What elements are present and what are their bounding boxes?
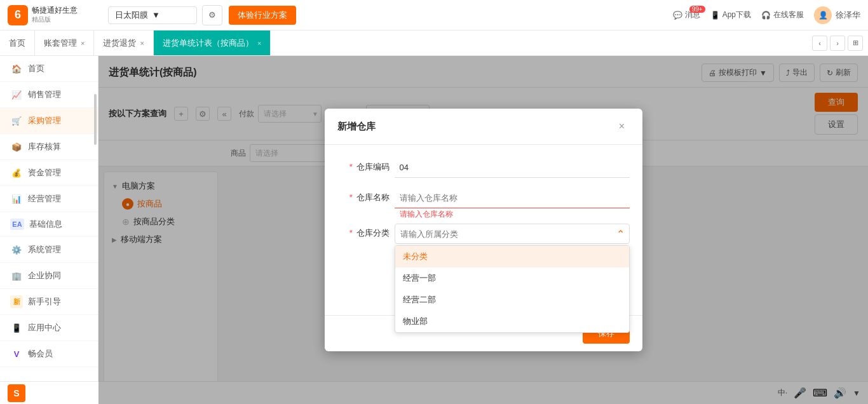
header-right: 💬 消息 99+ 📱 App下载 🎧 在线客服 👤 徐泽华 — [673, 6, 860, 24]
basic-icon: EA — [10, 219, 24, 230]
sidebar: 🏠 首页 📈 销售管理 🛒 采购管理 📦 库存核算 💰 资金管理 📊 经营管理 … — [0, 56, 98, 404]
tab-purchase-return-close[interactable]: × — [140, 39, 144, 47]
sidebar-item-purchase[interactable]: 🛒 采购管理 — [0, 108, 98, 134]
dropdown-item-0[interactable]: 未分类 — [395, 246, 629, 267]
tab-home[interactable]: 首页 — [0, 30, 35, 55]
home-icon: 🏠 — [10, 62, 23, 75]
dropdown-item-3[interactable]: 物业部 — [395, 311, 629, 332]
app-download-label: App下载 — [722, 10, 751, 20]
tab-purchase-return[interactable]: 进货退货 × — [94, 30, 153, 55]
enterprise-icon: 🏢 — [10, 269, 23, 282]
top-header: 6 畅捷通好生意 精品版 日太阳膜 ▼ ⚙ 体验行业方案 💬 消息 99+ 📱 … — [0, 0, 868, 30]
sidebar-item-inventory-label: 库存核算 — [28, 141, 61, 152]
tab-expand-btn[interactable]: ⊞ — [848, 36, 863, 51]
messages-badge: 99+ — [689, 6, 705, 13]
mobile-icon: 📱 — [710, 11, 720, 20]
settings-button[interactable]: ⚙ — [202, 5, 222, 25]
app-download-item[interactable]: 📱 App下载 — [710, 10, 751, 20]
warehouse-category-input[interactable] — [395, 224, 630, 244]
tab-purchase-stats-label: 进货单统计表（按商品） — [163, 37, 254, 49]
logo-area: 6 畅捷通好生意 精品版 — [8, 5, 103, 25]
warehouse-name-input[interactable] — [395, 188, 630, 208]
online-service-label: 在线客服 — [773, 10, 804, 20]
form-label-code: * 仓库编码 — [337, 158, 395, 173]
s-logo-icon: S — [8, 384, 25, 402]
form-row-category: * 仓库分类 ⌃ 未分类 经营一部 经营二部 物业部 — [337, 224, 630, 244]
sidebar-item-sales[interactable]: 📈 销售管理 — [0, 82, 98, 108]
tab-account-close[interactable]: × — [81, 39, 85, 47]
dropdown-item-2[interactable]: 经营二部 — [395, 289, 629, 311]
sidebar-item-enterprise[interactable]: 🏢 企业协同 — [0, 263, 98, 289]
category-dropdown: 未分类 经营一部 经营二部 物业部 — [395, 245, 630, 333]
sidebar-item-vip-label: 畅会员 — [28, 348, 53, 360]
sidebar-item-operations[interactable]: 📊 经营管理 — [0, 186, 98, 212]
avatar: 👤 — [814, 6, 832, 24]
sidebar-item-vip[interactable]: V 畅会员 — [0, 341, 98, 367]
sidebar-item-sales-label: 销售管理 — [28, 89, 61, 100]
warehouse-category-wrap: ⌃ 未分类 经营一部 经营二部 物业部 — [395, 224, 630, 244]
app-edition: 精品版 — [32, 15, 78, 24]
sidebar-item-home-label: 首页 — [28, 63, 44, 74]
sidebar-item-system-label: 系统管理 — [28, 244, 61, 255]
warehouse-name-error: 请输入仓库名称 — [400, 209, 453, 220]
system-icon: ⚙️ — [10, 243, 23, 256]
sidebar-item-apps[interactable]: 📱 应用中心 — [0, 315, 98, 341]
tab-purchase-stats[interactable]: 进货单统计表（按商品） × — [154, 30, 271, 55]
warehouse-name-field-wrap: 请输入仓库名称 — [395, 188, 630, 208]
username: 徐泽华 — [836, 10, 860, 21]
tab-next-btn[interactable]: › — [830, 36, 845, 51]
form-row-code: * 仓库编码 — [337, 158, 630, 178]
tab-bar: 首页 账套管理 × 进货退货 × 进货单统计表（按商品） × ‹ › ⊞ — [0, 30, 868, 56]
warehouse-code-input[interactable] — [395, 158, 630, 178]
form-label-category: * 仓库分类 — [337, 224, 395, 239]
modal-title: 新增仓库 — [337, 121, 376, 133]
bottom-logo: S — [8, 384, 25, 402]
tab-prev-btn[interactable]: ‹ — [812, 36, 827, 51]
sidebar-item-home[interactable]: 🏠 首页 — [0, 56, 98, 82]
inventory-icon: 📦 — [10, 140, 23, 153]
messages-item[interactable]: 💬 消息 99+ — [673, 10, 700, 20]
tab-purchase-return-label: 进货退货 — [103, 37, 136, 49]
sidebar-item-finance[interactable]: 💰 资金管理 — [0, 160, 98, 186]
sidebar-item-purchase-label: 采购管理 — [28, 115, 61, 126]
form-row-name: * 仓库名称 请输入仓库名称 — [337, 188, 630, 208]
tab-home-label: 首页 — [9, 37, 25, 49]
sidebar-scrollbar[interactable] — [94, 94, 97, 145]
sidebar-item-inventory[interactable]: 📦 库存核算 — [0, 134, 98, 160]
trial-btn[interactable]: 体验行业方案 — [229, 6, 296, 25]
finance-icon: 💰 — [10, 166, 23, 179]
headset-icon: 🎧 — [761, 11, 771, 20]
sidebar-item-guide-label: 新手引导 — [28, 296, 61, 307]
sidebar-item-operations-label: 经营管理 — [28, 193, 61, 205]
purchase-icon: 🛒 — [10, 114, 23, 127]
category-arrow-icon[interactable]: ⌃ — [616, 228, 625, 240]
gear-icon: ⚙ — [208, 10, 216, 20]
tab-account-label: 账套管理 — [44, 37, 77, 49]
sidebar-item-system[interactable]: ⚙️ 系统管理 — [0, 237, 98, 263]
modal-overlay: 新增仓库 × * 仓库编码 * — [98, 56, 868, 404]
user-area[interactable]: 👤 徐泽华 — [814, 6, 860, 24]
app-name: 畅捷通好生意 — [32, 6, 78, 16]
modal-body: * 仓库编码 * 仓库名称 请输入仓库名称 — [325, 145, 642, 315]
sales-icon: 📈 — [10, 88, 23, 101]
sidebar-item-apps-label: 应用中心 — [28, 322, 61, 333]
sidebar-item-guide[interactable]: 新 新手引导 — [0, 289, 98, 315]
modal-close-btn[interactable]: × — [614, 119, 630, 134]
dropdown-item-1[interactable]: 经营一部 — [395, 267, 629, 289]
online-service-item[interactable]: 🎧 在线客服 — [761, 10, 804, 20]
logo-text-block: 畅捷通好生意 精品版 — [32, 6, 78, 25]
sidebar-item-enterprise-label: 企业协同 — [28, 270, 61, 281]
add-warehouse-modal: 新增仓库 × * 仓库编码 * — [325, 109, 642, 351]
tab-purchase-stats-close[interactable]: × — [257, 39, 261, 47]
form-label-name: * 仓库名称 — [337, 188, 395, 203]
store-selector[interactable]: 日太阳膜 ▼ — [108, 6, 197, 24]
main-layout: 🏠 首页 📈 销售管理 🛒 采购管理 📦 库存核算 💰 资金管理 📊 经营管理 … — [0, 56, 868, 404]
content-area: 进货单统计(按商品) 🖨 按模板打印 ▼ ⤴ 导出 ↻ 刷新 按以下方案查询 — [98, 56, 868, 404]
app-logo-icon: 6 — [8, 5, 28, 25]
tab-account[interactable]: 账套管理 × — [35, 30, 94, 55]
operations-icon: 📊 — [10, 192, 23, 205]
modal-header: 新增仓库 × — [325, 109, 642, 145]
sidebar-item-basic[interactable]: EA 基础信息 — [0, 212, 98, 237]
message-icon: 💬 — [673, 11, 682, 20]
store-name: 日太阳膜 — [115, 10, 148, 21]
